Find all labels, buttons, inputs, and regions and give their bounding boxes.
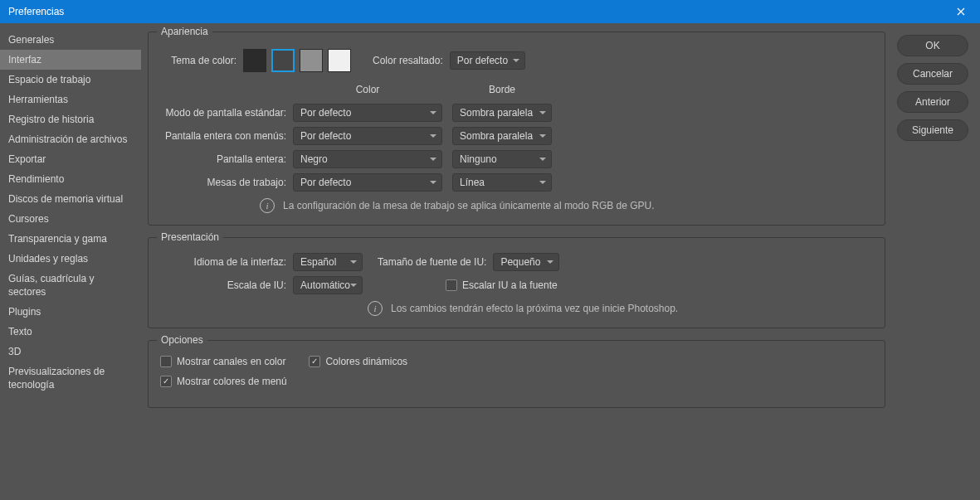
sidebar-item-2[interactable]: Espacio de trabajo <box>0 70 141 90</box>
col-color: Color <box>293 84 442 95</box>
mode-border-dropdown-2[interactable]: Ninguno <box>452 150 552 168</box>
group-appearance: Apariencia Tema de color: Color resaltad… <box>148 32 885 226</box>
color-theme-swatch-0[interactable] <box>243 49 266 72</box>
sidebar: GeneralesInterfazEspacio de trabajoHerra… <box>0 23 141 500</box>
dynamic-checkbox[interactable] <box>309 356 320 367</box>
scale-to-font-checkbox[interactable] <box>446 279 457 291</box>
lang-dropdown[interactable]: Español <box>293 253 363 271</box>
highlight-dropdown[interactable]: Por defecto <box>450 51 525 70</box>
sidebar-item-8[interactable]: Discos de memoria virtual <box>0 189 141 209</box>
sidebar-item-4[interactable]: Registro de historia <box>0 109 141 129</box>
font-dropdown[interactable]: Pequeño <box>493 253 559 271</box>
scale-dropdown[interactable]: Automático <box>293 276 363 294</box>
mode-label-3: Mesas de trabajo: <box>160 177 293 188</box>
sidebar-item-16[interactable]: Previsualizaciones de tecnología <box>0 362 141 395</box>
sidebar-item-10[interactable]: Transparencia y gama <box>0 229 141 249</box>
mode-border-dropdown-3[interactable]: Línea <box>452 173 552 192</box>
color-theme-swatch-1[interactable] <box>271 49 295 72</box>
group-presentation: Presentación Idioma de la interfaz: Espa… <box>148 237 885 328</box>
close-button[interactable] <box>942 0 980 23</box>
sidebar-item-6[interactable]: Exportar <box>0 149 141 169</box>
next-button[interactable]: Siguiente <box>897 119 968 141</box>
sidebar-item-1[interactable]: Interfaz <box>0 50 141 70</box>
info-icon: i <box>260 198 275 213</box>
color-theme-label: Tema de color: <box>160 55 243 66</box>
titlebar: Preferencias <box>0 0 980 23</box>
mode-color-dropdown-1[interactable]: Por defecto <box>293 127 442 145</box>
color-theme-swatch-2[interactable] <box>300 49 323 72</box>
sidebar-item-3[interactable]: Herramientas <box>0 90 141 109</box>
close-icon <box>957 7 965 16</box>
scale-to-font-label: Escalar IU a la fuente <box>462 279 558 291</box>
col-border: Borde <box>452 84 552 95</box>
mode-label-2: Pantalla entera: <box>160 153 293 165</box>
group-title-appearance: Apariencia <box>157 26 212 37</box>
mode-color-dropdown-2[interactable]: Negro <box>293 150 442 168</box>
mode-color-dropdown-3[interactable]: Por defecto <box>293 173 442 192</box>
window-title: Preferencias <box>8 6 64 17</box>
sidebar-item-5[interactable]: Administración de archivos <box>0 129 141 149</box>
lang-label: Idioma de la interfaz: <box>160 256 293 268</box>
presentation-info: Los cambios tendrán efecto la próxima ve… <box>391 303 678 314</box>
mode-label-1: Pantalla entera con menús: <box>160 130 293 142</box>
sidebar-item-0[interactable]: Generales <box>0 30 141 50</box>
mode-color-dropdown-0[interactable]: Por defecto <box>293 104 442 122</box>
mode-border-dropdown-0[interactable]: Sombra paralela <box>452 104 552 122</box>
mode-label-0: Modo de pantalla estándar: <box>160 107 293 119</box>
font-label: Tamaño de fuente de IU: <box>378 256 493 268</box>
sidebar-item-14[interactable]: Texto <box>0 322 141 342</box>
group-options: Opciones Mostrar canales en color Colore… <box>148 340 885 408</box>
sidebar-item-13[interactable]: Plugins <box>0 302 141 322</box>
info-icon: i <box>368 301 383 316</box>
sidebar-item-7[interactable]: Rendimiento <box>0 169 141 189</box>
menu-checkbox[interactable] <box>160 376 172 387</box>
dynamic-label: Colores dinámicos <box>325 356 407 367</box>
group-title-presentation: Presentación <box>157 231 223 243</box>
appearance-info: La configuración de la mesa de trabajo s… <box>283 200 655 211</box>
sidebar-item-9[interactable]: Cursores <box>0 209 141 229</box>
sidebar-item-15[interactable]: 3D <box>0 342 141 362</box>
ok-button[interactable]: OK <box>897 35 968 56</box>
prev-button[interactable]: Anterior <box>897 91 968 113</box>
group-title-options: Opciones <box>157 334 207 346</box>
content: Apariencia Tema de color: Color resaltad… <box>141 23 897 500</box>
buttons-column: OK Cancelar Anterior Siguiente <box>897 23 980 500</box>
cancel-button[interactable]: Cancelar <box>897 63 968 85</box>
menu-label: Mostrar colores de menú <box>177 376 287 387</box>
channels-label: Mostrar canales en color <box>177 356 285 367</box>
sidebar-item-11[interactable]: Unidades y reglas <box>0 249 141 269</box>
channels-checkbox[interactable] <box>160 356 172 367</box>
mode-border-dropdown-1[interactable]: Sombra paralela <box>452 127 552 145</box>
highlight-label: Color resaltado: <box>373 55 450 66</box>
scale-label: Escala de IU: <box>160 279 293 291</box>
sidebar-item-12[interactable]: Guías, cuadrícula y sectores <box>0 269 141 302</box>
color-theme-swatch-3[interactable] <box>328 49 351 72</box>
